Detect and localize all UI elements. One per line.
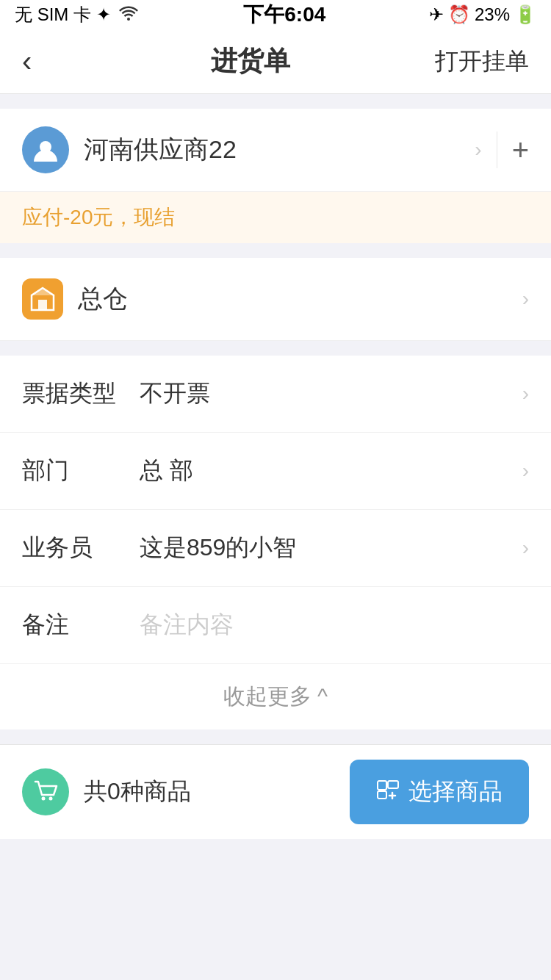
battery-icon: 🔋 (514, 4, 536, 25)
bottom-bg (0, 839, 551, 980)
svg-rect-2 (38, 300, 47, 310)
remark-row[interactable]: 备注 备注内容 (0, 587, 551, 664)
ticket-type-row[interactable]: 票据类型 不开票 › (0, 356, 551, 433)
salesperson-row[interactable]: 业务员 这是859的小智 › (0, 510, 551, 587)
warehouse-icon (22, 278, 63, 320)
location-icon: ✈ (429, 4, 444, 25)
open-pending-button[interactable]: 打开挂单 (435, 46, 529, 78)
select-product-label: 选择商品 (408, 776, 503, 808)
product-count: 共0种商品 (84, 776, 350, 808)
svg-rect-7 (388, 781, 398, 788)
svg-rect-6 (378, 791, 386, 799)
dept-chevron-icon: › (522, 459, 529, 483)
ticket-type-value: 不开票 (125, 378, 522, 410)
chevron-right-icon: › (475, 138, 481, 162)
supplier-row[interactable]: 河南供应商22 › + (0, 109, 551, 192)
salesperson-value: 这是859的小智 (125, 532, 522, 564)
status-right: ✈ ⏰ 23% 🔋 (429, 4, 536, 25)
time-display: 下午6:04 (243, 1, 325, 29)
form-section: 票据类型 不开票 › 部门 总 部 › 业务员 这是859的小智 › 备注 备注… (0, 356, 551, 664)
footer-bar: 共0种商品 选择商品 (0, 744, 551, 839)
ticket-chevron-icon: › (522, 382, 529, 406)
dept-value: 总 部 (125, 455, 522, 487)
status-left: 无 SIM 卡 ✦ (15, 3, 140, 26)
nav-bar: ‹ 进货单 打开挂单 (0, 29, 551, 94)
dept-row[interactable]: 部门 总 部 › (0, 433, 551, 510)
ticket-type-label: 票据类型 (22, 378, 125, 410)
cart-icon (22, 768, 69, 815)
add-supplier-button[interactable]: + (512, 134, 529, 167)
select-product-button[interactable]: 选择商品 (350, 760, 529, 824)
supplier-section: 河南供应商22 › + 应付-20元，现结 (0, 109, 551, 243)
dept-label: 部门 (22, 455, 125, 487)
salesperson-chevron-icon: › (522, 536, 529, 560)
svg-point-3 (42, 797, 46, 801)
supplier-name: 河南供应商22 (84, 133, 475, 167)
collapse-button[interactable]: 收起更多 ^ (0, 664, 551, 729)
warehouse-row[interactable]: 总仓 › (0, 258, 551, 341)
battery-level: 23% (475, 4, 510, 25)
page-title: 进货单 (211, 43, 290, 79)
divider (497, 131, 497, 168)
notice-bar: 应付-20元，现结 (0, 192, 551, 243)
warehouse-section: 总仓 › (0, 258, 551, 341)
warehouse-chevron-icon: › (522, 287, 529, 311)
remark-input[interactable]: 备注内容 (125, 609, 529, 641)
status-bar: 无 SIM 卡 ✦ 下午6:04 ✈ ⏰ 23% 🔋 (0, 0, 551, 29)
avatar (22, 126, 69, 173)
gap-2 (0, 243, 551, 258)
gap-1 (0, 94, 551, 109)
sim-status: 无 SIM 卡 ✦ (15, 3, 111, 26)
wifi-icon (117, 4, 140, 26)
gap-4 (0, 729, 551, 744)
alarm-icon: ⏰ (448, 4, 470, 25)
salesperson-label: 业务员 (22, 532, 125, 564)
back-button[interactable]: ‹ (22, 45, 66, 78)
svg-rect-5 (378, 781, 386, 790)
select-product-icon (376, 779, 400, 806)
warehouse-label: 总仓 (78, 282, 522, 316)
gap-3 (0, 341, 551, 356)
remark-label: 备注 (22, 609, 125, 641)
svg-point-4 (49, 797, 53, 801)
svg-point-0 (127, 18, 130, 21)
